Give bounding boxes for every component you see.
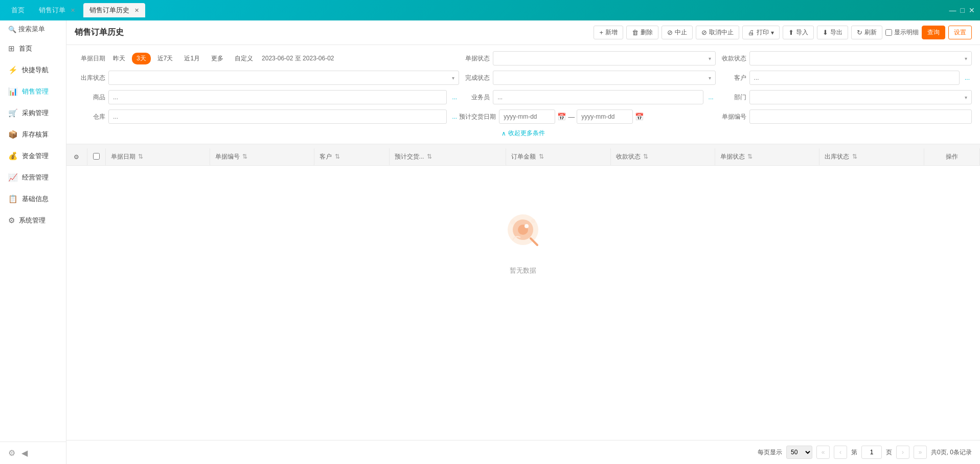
stop-button[interactable]: ⊘ 中止 (662, 26, 693, 39)
tab-sales-order-history[interactable]: 销售订单历史 ✕ (83, 3, 145, 17)
product-ellipsis-icon[interactable]: ... (450, 94, 459, 101)
sidebar-item-sales[interactable]: 📊 销售管理 (0, 81, 66, 102)
delete-button[interactable]: 🗑 删除 (626, 26, 658, 39)
import-button[interactable]: ⬆ 导入 (783, 26, 814, 39)
col-amount-label: 订单金额 (511, 153, 536, 160)
display-toggle-checkbox[interactable] (885, 29, 892, 36)
col-date[interactable]: 单据日期 ⇅ (105, 148, 210, 166)
warehouse-input[interactable] (108, 109, 447, 124)
col-customer-label: 客户 (320, 153, 332, 160)
settings-button[interactable]: 设置 (948, 26, 972, 39)
calendar-to-icon[interactable]: 📅 (635, 113, 644, 121)
department-select[interactable]: ▾ (749, 90, 972, 104)
col-check[interactable] (87, 148, 105, 166)
delivery-date-to[interactable] (577, 109, 633, 124)
maximize-icon[interactable]: □ (961, 6, 965, 14)
date-tag-custom[interactable]: 自定义 (230, 53, 258, 64)
tab-sales-order-close[interactable]: ✕ (71, 7, 75, 14)
sidebar-item-operations[interactable]: 📈 经营管理 (0, 167, 66, 188)
calendar-from-icon[interactable]: 📅 (557, 113, 566, 121)
display-toggle[interactable]: 显示明细 (885, 28, 919, 37)
stop-icon: ⊘ (667, 29, 673, 36)
first-page-button[interactable]: « (816, 446, 830, 459)
sort-delivery-icon: ⇅ (427, 153, 432, 160)
sidebar-item-purchase[interactable]: 🛒 采购管理 (0, 102, 66, 124)
prev-page-button[interactable]: ‹ (834, 446, 847, 459)
collapse-sidebar-icon[interactable]: ◀ (21, 448, 28, 458)
date-tag-today[interactable]: 昨天 (108, 53, 130, 64)
date-tag-1month[interactable]: 近1月 (179, 53, 204, 64)
receipt-status-select[interactable]: ▾ (749, 51, 972, 65)
last-page-button[interactable]: » (914, 446, 927, 459)
col-outbound-status-label: 出库状态 (825, 153, 849, 160)
total-info: 共0页, 0条记录 (931, 448, 972, 457)
doc-status-select[interactable]: ▾ (493, 51, 715, 65)
sidebar-bottom: ⚙ ◀ (0, 441, 66, 464)
export-button[interactable]: ⬇ 导出 (817, 26, 848, 39)
sidebar-item-inventory[interactable]: 📦 库存核算 (0, 124, 66, 145)
col-delivery[interactable]: 预计交货... ⇅ (389, 148, 506, 166)
salesperson-ellipsis-icon[interactable]: ... (706, 94, 716, 101)
sidebar-item-quick-nav[interactable]: ⚡ 快捷导航 (0, 59, 66, 81)
first-page-icon: « (822, 449, 825, 456)
sidebar-search[interactable]: 🔍 搜索菜单 (0, 20, 66, 38)
col-receipt-status[interactable]: 收款状态 ⇅ (610, 148, 715, 166)
sort-receipt-icon: ⇅ (643, 153, 648, 160)
print-dropdown-icon: ▾ (771, 29, 774, 36)
customer-input[interactable] (749, 71, 960, 85)
col-doc-status[interactable]: 单据状态 ⇅ (715, 148, 819, 166)
page-label: 页 (886, 448, 892, 457)
empty-text: 暂无数据 (510, 266, 536, 275)
sidebar-item-basic-info[interactable]: 📋 基础信息 (0, 188, 66, 210)
page-size-select[interactable]: 10 20 50 100 (786, 446, 812, 459)
filter-order-no: 单据编号 (716, 109, 972, 124)
print-button[interactable]: 🖨 打印 ▾ (742, 26, 780, 39)
tab-sales-order[interactable]: 销售订单 ✕ (33, 3, 81, 17)
delivery-date-from[interactable] (499, 109, 555, 124)
page-number-input[interactable] (861, 446, 882, 459)
col-customer[interactable]: 客户 ⇅ (314, 148, 389, 166)
new-button[interactable]: + 新增 (594, 26, 623, 39)
receipt-status-chevron-icon: ▾ (965, 56, 967, 61)
delete-icon: 🗑 (632, 29, 639, 36)
page-title: 销售订单历史 (75, 27, 124, 38)
tab-home[interactable]: 首页 (5, 3, 31, 17)
date-tag-3days[interactable]: 3天 (132, 53, 151, 64)
warehouse-ellipsis-icon[interactable]: ... (450, 113, 459, 120)
date-tag-7days[interactable]: 近7天 (153, 53, 178, 64)
date-tag-more[interactable]: 更多 (207, 53, 228, 64)
completion-status-select[interactable]: ▾ (493, 71, 715, 85)
col-no[interactable]: 单据编号 ⇅ (210, 148, 314, 166)
sidebar-item-home[interactable]: ⊞ 首页 (0, 38, 66, 59)
refresh-button[interactable]: ↻ 刷新 (851, 26, 882, 39)
sales-icon: 📊 (8, 87, 18, 96)
select-all-checkbox[interactable] (93, 153, 100, 160)
svg-point-3 (525, 224, 529, 228)
sidebar-item-quick-nav-label: 快捷导航 (22, 65, 49, 75)
customer-ellipsis-icon[interactable]: ... (963, 74, 972, 81)
filter-department: 部门 ▾ (716, 90, 972, 104)
cancel-stop-button[interactable]: ⊘ 取消中止 (696, 26, 739, 39)
outbound-status-select[interactable]: ▾ (108, 71, 459, 85)
collapse-button[interactable]: ∧ 收起更多条件 (75, 129, 972, 138)
order-no-input[interactable] (749, 109, 972, 124)
close-window-icon[interactable]: ✕ (969, 6, 975, 14)
product-input[interactable] (108, 90, 447, 104)
settings-bottom-icon[interactable]: ⚙ (8, 448, 15, 458)
sidebar-item-finance[interactable]: 💰 资金管理 (0, 145, 66, 167)
col-gear[interactable]: ⚙ (66, 148, 87, 166)
home-icon: ⊞ (8, 44, 15, 53)
salesperson-input[interactable] (493, 90, 703, 104)
query-button[interactable]: 查询 (922, 26, 945, 39)
department-label: 部门 (716, 93, 746, 102)
system-icon: ⚙ (8, 216, 15, 225)
tab-sales-order-history-close[interactable]: ✕ (134, 7, 139, 14)
sort-date-icon: ⇅ (138, 153, 143, 160)
col-outbound-status[interactable]: 出库状态 ⇅ (819, 148, 924, 166)
next-page-button[interactable]: › (896, 446, 909, 459)
department-chevron-icon: ▾ (965, 95, 967, 100)
sort-doc-icon: ⇅ (747, 153, 753, 160)
sidebar-item-system[interactable]: ⚙ 系统管理 (0, 210, 66, 231)
col-amount[interactable]: 订单金额 ⇅ (506, 148, 610, 166)
minimize-icon[interactable]: — (949, 6, 956, 14)
